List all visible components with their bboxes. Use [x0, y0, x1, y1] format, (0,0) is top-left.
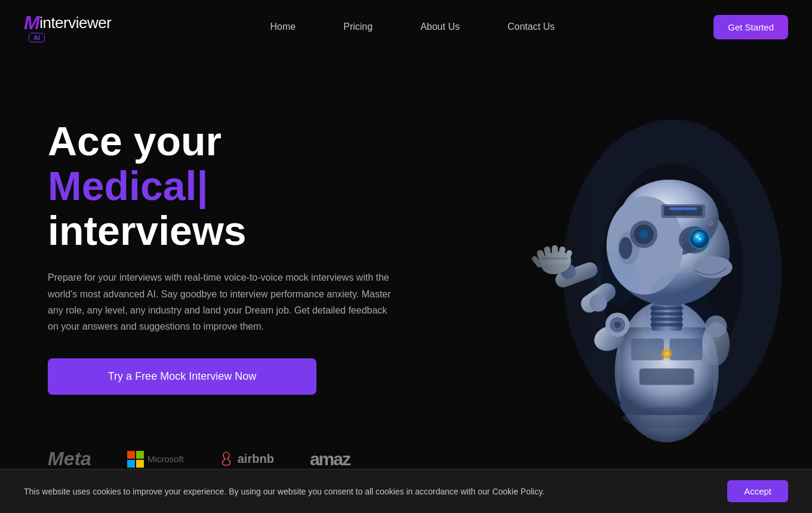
- brand-amazon: amaz: [310, 449, 350, 469]
- nav-item-pricing[interactable]: Pricing: [343, 21, 373, 32]
- svg-point-29: [708, 222, 712, 226]
- cookie-text: This website uses cookies to improve you…: [24, 487, 703, 496]
- get-started-button[interactable]: Get Started: [713, 15, 788, 39]
- logo-m-letter: M: [24, 12, 39, 34]
- ms-yellow: [136, 460, 144, 468]
- svg-point-53: [645, 273, 710, 361]
- nav-link-pricing[interactable]: Pricing: [343, 21, 373, 32]
- svg-point-54: [596, 251, 639, 306]
- hero-content: Ace your Medical| interviews Prepare for…: [48, 119, 394, 395]
- svg-rect-32: [664, 206, 702, 216]
- hero-title-line3: interviews: [48, 208, 394, 253]
- svg-point-21: [699, 238, 701, 240]
- svg-point-37: [614, 321, 621, 328]
- svg-rect-33: [669, 208, 697, 210]
- brand-microsoft: Microsoft: [127, 451, 184, 468]
- hero-section: Ace your Medical| interviews Prepare for…: [0, 54, 812, 448]
- nav-item-about[interactable]: About Us: [420, 21, 460, 32]
- nav-link-about[interactable]: About Us: [420, 21, 460, 32]
- logo-ai-badge: AI: [29, 33, 45, 42]
- cookie-banner: This website uses cookies to improve you…: [0, 469, 812, 513]
- airbnb-icon: [220, 451, 233, 468]
- logo-text: interviewer: [39, 14, 111, 32]
- svg-point-22: [696, 235, 699, 238]
- hero-description: Prepare for your interviews with real-ti…: [48, 269, 394, 334]
- nav-link-contact[interactable]: Contact Us: [508, 21, 555, 32]
- microsoft-grid-icon: [127, 451, 144, 468]
- hero-robot-image: [478, 54, 812, 448]
- svg-rect-6: [639, 368, 694, 385]
- brand-microsoft-text: Microsoft: [147, 454, 184, 464]
- brand-meta: Meta: [48, 448, 91, 470]
- brand-airbnb: airbnb: [220, 451, 274, 468]
- svg-point-52: [623, 407, 710, 429]
- ms-green: [136, 451, 144, 459]
- accept-cookie-button[interactable]: Accept: [727, 480, 788, 502]
- svg-point-27: [639, 230, 648, 239]
- robot-gradient-overlay: [478, 54, 597, 448]
- hero-title: Ace your Medical| interviews: [48, 119, 394, 253]
- nav-link-home[interactable]: Home: [270, 21, 296, 32]
- brand-airbnb-text: airbnb: [238, 452, 274, 466]
- nav-links: Home Pricing About Us Contact Us: [270, 21, 555, 32]
- cta-button[interactable]: Try a Free Mock Interview Now: [48, 358, 316, 395]
- ms-red: [127, 451, 135, 459]
- nav-item-contact[interactable]: Contact Us: [508, 21, 555, 32]
- navbar: Minterviewer AI Home Pricing About Us Co…: [0, 0, 812, 54]
- hero-title-line1: Ace your: [48, 118, 222, 164]
- nav-item-home[interactable]: Home: [270, 21, 296, 32]
- ms-blue: [127, 460, 135, 468]
- hero-title-highlight: Medical|: [48, 164, 394, 208]
- logo[interactable]: Minterviewer AI: [24, 12, 111, 42]
